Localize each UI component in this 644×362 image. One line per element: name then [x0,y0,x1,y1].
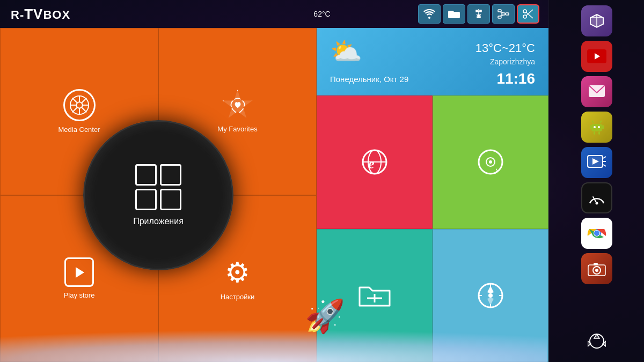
app-tiles-grid: e ♪ [317,95,548,362]
weather-time: 11:16 [496,70,535,87]
svg-point-54 [598,126,600,128]
svg-text:e: e [368,156,375,172]
svg-point-13 [523,10,526,13]
snow-ground [0,330,547,362]
weather-cloud-icon: ⛅ [330,39,362,64]
svg-point-34 [489,160,492,164]
svg-rect-6 [498,10,501,12]
favorites-icon [222,90,253,121]
svg-rect-75 [594,263,598,265]
svg-line-56 [600,121,602,123]
rocket: 🚀 [305,297,345,335]
speedometer-btn[interactable] [581,182,612,213]
media-center-label: Media Center [58,125,100,134]
logo-box: BOX [43,8,70,21]
network-icon-btn[interactable] [492,4,515,24]
svg-rect-57 [590,125,591,129]
svg-line-11 [500,15,503,16]
svg-marker-27 [76,267,84,278]
svg-marker-45 [487,298,494,305]
youtube-btn[interactable] [581,41,612,72]
usb-icon-btn[interactable] [467,4,490,24]
logo-tv: TV [24,6,43,22]
svg-line-25 [82,98,86,103]
svg-line-63 [603,157,606,158]
wifi-icon-btn[interactable] [418,4,441,24]
weather-tile: ⛅ 13°C~21°C Zaporizhzhya Понедельник, Ок… [317,28,548,95]
svg-point-18 [76,102,82,108]
svg-line-15 [526,12,533,18]
icon-box-3 [135,189,157,210]
svg-point-14 [523,15,526,18]
svg-line-23 [72,98,77,103]
icon-box-4 [160,189,181,210]
svg-point-39 [488,293,493,298]
weather-temperature: 13°C~21°C [475,41,535,55]
weather-info: 13°C~21°C Zaporizhzhya [475,39,535,66]
svg-point-67 [595,202,598,205]
left-panel: Media Center My Favorites Play store [0,28,317,362]
media-center-icon [63,89,96,121]
logo-r: R- [11,8,24,21]
recycle-btn[interactable] [581,326,612,357]
messaging-btn[interactable] [581,76,612,107]
weather-bottom: Понедельник, Окт 29 11:16 [330,70,535,87]
svg-rect-58 [602,125,604,129]
svg-line-26 [72,108,77,113]
svg-point-71 [594,231,599,236]
app-logo: R-TVBOX [5,6,70,23]
top-bar: R-TVBOX 62°C [0,0,644,28]
video-player-btn[interactable] [581,147,612,178]
applications-label: Приложения [133,217,184,226]
temperature-display: 62°C [313,10,330,18]
right-sidebar [548,0,644,362]
settings-label: Настройки [221,293,255,301]
svg-point-53 [594,126,596,128]
svg-line-55 [592,121,594,123]
svg-rect-52 [591,124,602,131]
icon-box-2 [160,164,181,186]
svg-marker-44 [487,286,494,293]
applications-icon [135,164,181,210]
folder-icon-btn[interactable] [443,4,465,24]
right-panel: ⛅ 13°C~21°C Zaporizhzhya Понедельник, Ок… [317,28,548,362]
svg-line-65 [603,165,606,166]
internet-explorer-tile[interactable]: e [317,95,433,229]
camera-btn[interactable] [581,253,612,284]
svg-line-16 [526,10,533,16]
android-btn[interactable] [581,112,612,143]
svg-rect-9 [506,13,509,15]
settings-icon: ⚙ [225,256,250,289]
weather-date: Понедельник, Окт 29 [330,75,408,84]
cube-app-btn[interactable] [581,5,612,36]
scissors-icon-btn[interactable] [517,4,539,24]
weather-top: ⛅ 13°C~21°C Zaporizhzhya [330,39,535,66]
play-store-icon [64,257,94,287]
icon-box-1 [135,164,157,186]
svg-text:♪: ♪ [494,165,499,176]
svg-rect-59 [594,131,595,135]
svg-line-24 [82,108,86,113]
svg-point-74 [595,269,598,272]
main-content: Media Center My Favorites Play store [0,28,548,362]
weather-city: Zaporizhzhya [475,57,535,66]
svg-rect-7 [502,13,505,15]
play-store-label: Play store [64,291,95,299]
svg-rect-8 [498,16,501,18]
applications-circle[interactable]: Приложения [83,120,233,270]
chrome-btn[interactable] [581,218,612,249]
svg-line-10 [500,12,503,13]
svg-rect-60 [598,131,600,135]
my-favorites-label: My Favorites [217,125,257,133]
status-icons-bar [418,4,539,24]
media-player-tile[interactable]: ♪ [433,95,548,229]
